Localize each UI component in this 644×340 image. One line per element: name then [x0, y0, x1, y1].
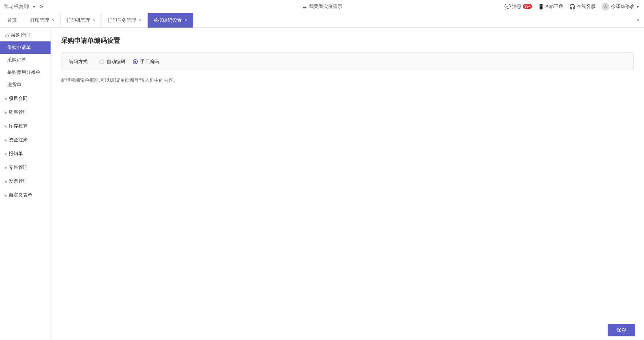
expense-report-group-label: 报销单: [9, 150, 23, 157]
content-inner: 采购申请单编码设置 编码方式 自动编码 手工编码: [51, 28, 644, 320]
app-label: App下数: [545, 3, 563, 10]
sidebar-group-finance: › 资金往来: [0, 134, 51, 146]
retail-group-label: 零售管理: [9, 164, 28, 171]
user-menu[interactable]: 人 徐泽华修改: [601, 3, 640, 11]
invoice-expand-icon: ›: [4, 178, 7, 184]
sidebar-item-stock-in[interactable]: 进货单: [0, 78, 51, 91]
radio-manual-label: 手工编码: [140, 58, 159, 65]
save-button[interactable]: 保存: [608, 324, 635, 336]
content-area: 采购申请单编码设置 编码方式 自动编码 手工编码: [51, 28, 644, 340]
encoding-row: 编码方式 自动编码 手工编码: [69, 58, 626, 65]
tab-print-management-close[interactable]: [52, 18, 55, 23]
top-bar-center: 我要看实例演示: [302, 3, 342, 10]
expense-report-expand-icon: ›: [4, 151, 7, 157]
sidebar-group-project-title[interactable]: › 项目合同: [0, 92, 51, 105]
online-service-button[interactable]: 在线客服: [569, 3, 596, 10]
project-group-label: 项目合同: [9, 95, 28, 102]
sidebar-group-custom-form: › 自定义表单: [0, 189, 51, 201]
tab-print-management-label: 打印管理: [30, 17, 49, 24]
inventory-group-label: 库存核算: [9, 123, 28, 129]
sidebar-group-expense-report: › 报销单: [0, 147, 51, 160]
sidebar-group-inventory-title[interactable]: › 库存核算: [0, 120, 51, 132]
tab-doc-encoding-close[interactable]: [185, 18, 187, 23]
top-bar-title: 给老板勿删!: [4, 3, 29, 10]
custom-form-group-label: 自定义表单: [9, 192, 32, 198]
radio-auto-label: 自动编码: [107, 58, 125, 65]
center-text[interactable]: 我要看实例演示: [309, 3, 342, 10]
tab-print-task-management-label: 打印任务管理: [108, 17, 136, 24]
retail-expand-icon: ›: [4, 165, 7, 170]
tab-printer-management[interactable]: 打印机管理: [61, 13, 102, 28]
sales-expand-icon: ›: [4, 109, 7, 115]
sidebar: ∨ 采购管理 采购申请单 采购订单 采购费用分摊单 进货单 › 项目合同: [0, 28, 51, 340]
sidebar-item-purchase-expense[interactable]: 采购费用分摊单: [0, 66, 51, 78]
tab-doc-encoding[interactable]: 单据编码设置: [148, 13, 193, 28]
radio-manual-circle: [133, 59, 138, 64]
sidebar-item-purchase-order[interactable]: 采购订单: [0, 54, 51, 66]
avatar: 人: [601, 3, 609, 11]
tab-home[interactable]: 首页: [0, 13, 24, 28]
custom-form-expand-icon: ›: [4, 192, 7, 198]
radio-auto-item[interactable]: 自动编码: [99, 58, 125, 65]
sidebar-group-invoice: › 发票管理: [0, 175, 51, 187]
sidebar-group-purchase: ∨ 采购管理 采购申请单 采购订单 采购费用分摊单 进货单: [0, 29, 51, 91]
invoice-group-label: 发票管理: [9, 178, 28, 185]
user-chevron-icon: [636, 4, 640, 9]
tab-doc-encoding-label: 单据编码设置: [153, 17, 182, 24]
user-name: 徐泽华修改: [611, 3, 635, 10]
sidebar-item-purchase-order-label: 采购订单: [7, 57, 26, 62]
tab-printer-management-close[interactable]: [93, 18, 96, 23]
top-bar-left: 给老板勿删!: [4, 3, 44, 10]
hint-text: 新增和编辑单据时,可以编辑'单据编号'输入框中的内容。: [61, 77, 634, 84]
service-icon: [569, 4, 575, 9]
page-title: 采购申请单编码设置: [61, 36, 634, 45]
purchase-expand-icon: ∨: [4, 33, 9, 37]
tab-home-label: 首页: [7, 17, 17, 24]
sidebar-group-retail-title[interactable]: › 零售管理: [0, 161, 51, 174]
content-footer: 保存: [51, 320, 644, 340]
tab-print-task-close[interactable]: [139, 18, 141, 23]
sidebar-item-stock-in-label: 进货单: [7, 82, 21, 87]
tab-printer-management-label: 打印机管理: [67, 17, 90, 24]
sidebar-group-project: › 项目合同: [0, 92, 51, 105]
app-icon: [538, 4, 544, 9]
cloud-icon: [302, 4, 307, 9]
app-download-button[interactable]: App下数: [538, 3, 563, 10]
sidebar-item-purchase-expense-label: 采购费用分摊单: [7, 69, 40, 75]
message-icon: [504, 4, 511, 9]
sidebar-group-sales-title[interactable]: › 销售管理: [0, 106, 51, 118]
radio-manual-item[interactable]: 手工编码: [133, 58, 159, 65]
purchase-group-label: 采购管理: [11, 32, 30, 39]
finance-group-label: 资金往来: [9, 137, 28, 143]
inventory-expand-icon: ›: [4, 123, 7, 129]
tab-print-task-management[interactable]: 打印任务管理: [102, 13, 148, 28]
encoding-section: 编码方式 自动编码 手工编码: [61, 52, 634, 71]
main-layout: ∨ 采购管理 采购申请单 采购订单 采购费用分摊单 进货单 › 项目合同: [0, 28, 644, 340]
project-expand-icon: ›: [4, 96, 7, 101]
chevron-down-icon[interactable]: [32, 4, 36, 9]
tab-bar-close-button[interactable]: ×: [636, 17, 640, 24]
message-badge: 99+: [523, 4, 532, 9]
radio-auto-circle: [99, 59, 104, 64]
sidebar-group-finance-title[interactable]: › 资金往来: [0, 134, 51, 146]
sidebar-group-custom-form-title[interactable]: › 自定义表单: [0, 189, 51, 201]
sidebar-group-invoice-title[interactable]: › 发票管理: [0, 175, 51, 187]
service-label: 在线客服: [577, 3, 596, 10]
sidebar-group-sales: › 销售管理: [0, 106, 51, 118]
tab-bar: 首页 打印管理 打印机管理 打印任务管理 单据编码设置 ×: [0, 13, 644, 28]
sidebar-item-purchase-request[interactable]: 采购申请单: [0, 41, 51, 54]
gear-icon[interactable]: [39, 4, 44, 9]
sidebar-item-purchase-request-label: 采购申请单: [7, 45, 31, 50]
message-button[interactable]: 消息 99+: [504, 3, 532, 10]
message-label: 消息: [512, 3, 521, 10]
top-bar: 给老板勿删! 我要看实例演示 消息 99+ App下数 在线客服 人 徐泽华修改: [0, 0, 644, 13]
sidebar-group-expense-report-title[interactable]: › 报销单: [0, 147, 51, 160]
finance-expand-icon: ›: [4, 137, 7, 143]
sidebar-group-purchase-title[interactable]: ∨ 采购管理: [0, 29, 51, 41]
radio-group: 自动编码 手工编码: [99, 58, 159, 65]
sidebar-group-retail: › 零售管理: [0, 161, 51, 174]
encoding-label: 编码方式: [69, 58, 91, 65]
top-bar-right: 消息 99+ App下数 在线客服 人 徐泽华修改: [504, 3, 640, 11]
sidebar-group-inventory: › 库存核算: [0, 120, 51, 132]
tab-print-management[interactable]: 打印管理: [24, 13, 61, 28]
